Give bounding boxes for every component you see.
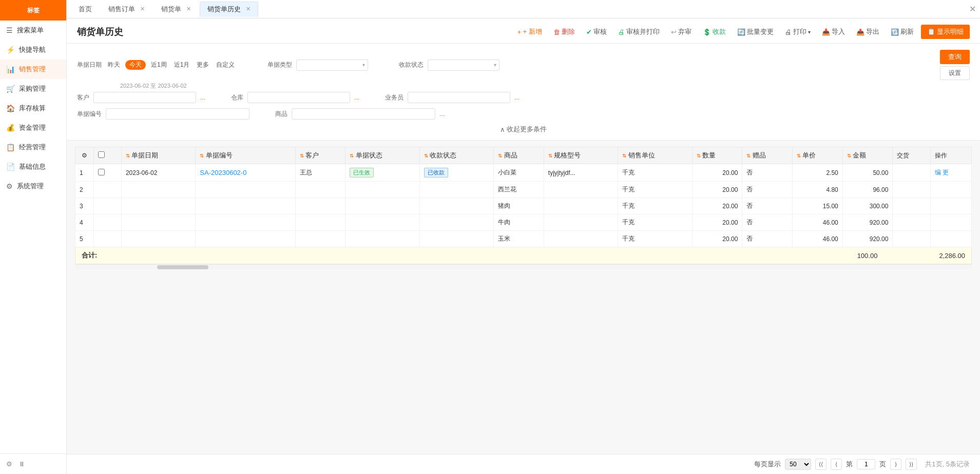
- date-last7[interactable]: 近1周: [149, 60, 169, 70]
- export-button[interactable]: 📤 导出: [852, 25, 883, 38]
- date-more[interactable]: 更多: [195, 60, 211, 70]
- sidebar-item-quick-nav[interactable]: ⚡ 快捷导航: [0, 40, 66, 60]
- tab-bar-close-all[interactable]: ✕: [969, 4, 976, 14]
- tab-home[interactable]: 首页: [71, 2, 100, 17]
- goods-input[interactable]: [292, 108, 435, 120]
- customer-ellipsis[interactable]: ...: [200, 94, 205, 101]
- collect-status-select[interactable]: [428, 60, 499, 71]
- edit-link[interactable]: 编: [935, 169, 941, 176]
- sidebar-pause-icon[interactable]: ⏸: [18, 460, 25, 468]
- last-page-button[interactable]: ⟩⟩: [906, 459, 917, 470]
- sidebar-item-operations-mgmt[interactable]: 📋 经营管理: [0, 137, 66, 157]
- collapse-label: 收起更多条件: [507, 125, 547, 134]
- date-yesterday[interactable]: 昨天: [106, 60, 122, 70]
- warehouse-label: 仓库: [231, 93, 243, 102]
- import-button[interactable]: 📥 导入: [818, 25, 849, 38]
- tab-sales-goods-close[interactable]: ✕: [186, 6, 191, 12]
- sidebar-item-sales-mgmt[interactable]: 📊 销售管理: [0, 60, 66, 79]
- cell-sales-unit: 千克: [618, 198, 692, 214]
- refresh-button[interactable]: 🔃 刷新: [887, 25, 918, 38]
- th-collect-status[interactable]: ⇅ 收款状态: [419, 147, 493, 164]
- date-last-month[interactable]: 近1月: [172, 60, 192, 70]
- filter-settings-button[interactable]: 设置: [940, 66, 970, 80]
- abandon-button[interactable]: ↩ 弃审: [667, 25, 696, 38]
- collect-button[interactable]: 💲 收款: [699, 25, 730, 38]
- cell-unit-price: 46.00: [793, 231, 843, 247]
- goods-ellipsis[interactable]: ...: [439, 110, 445, 117]
- date-today[interactable]: 今天: [125, 60, 146, 70]
- select-all-checkbox[interactable]: [98, 151, 105, 158]
- batch-change-button[interactable]: 🔄 批量变更: [733, 25, 778, 38]
- sidebar-item-system-mgmt[interactable]: ⚙ 系统管理: [0, 176, 66, 196]
- doc-no-input[interactable]: [106, 108, 249, 120]
- th-unit-price[interactable]: ⇅ 单价: [793, 147, 843, 164]
- tab-sales-history-close[interactable]: ✕: [246, 6, 251, 12]
- total-quantity: 100.00: [857, 252, 878, 260]
- salesperson-ellipsis[interactable]: ...: [514, 94, 520, 101]
- goods-filter: 商品 ...: [275, 108, 445, 120]
- audit-print-button[interactable]: 🖨 审核并打印: [614, 25, 664, 38]
- audit-button[interactable]: ✔ 审核: [582, 25, 611, 38]
- delete-icon: 🗑: [553, 28, 560, 36]
- cell-customer: [295, 198, 345, 214]
- scrollbar-thumb[interactable]: [157, 265, 208, 269]
- more-link[interactable]: 更: [943, 169, 949, 176]
- prev-page-button[interactable]: ⟨: [831, 459, 842, 470]
- th-doc-status[interactable]: ⇅ 单据状态: [345, 147, 419, 164]
- doc-type-select[interactable]: [296, 60, 368, 71]
- new-button[interactable]: + + 新增: [513, 25, 546, 38]
- tab-sales-goods[interactable]: 销货单 ✕: [153, 2, 199, 17]
- warehouse-input[interactable]: [247, 92, 350, 103]
- horizontal-scrollbar[interactable]: [75, 264, 972, 269]
- customer-label: 客户: [77, 93, 89, 102]
- cell-spec-type: [544, 198, 618, 214]
- sidebar-item-label: 搜索菜单: [17, 26, 44, 35]
- next-page-button[interactable]: ⟩: [890, 459, 901, 470]
- th-quantity[interactable]: ⇅ 数量: [692, 147, 742, 164]
- doc-no-link[interactable]: SA-20230602-0: [200, 169, 246, 176]
- th-goods[interactable]: ⇅ 商品: [494, 147, 544, 164]
- th-sales-unit[interactable]: ⇅ 销售单位: [618, 147, 692, 164]
- sidebar-item-label: 经营管理: [19, 143, 46, 152]
- tab-sales-order[interactable]: 销售订单 ✕: [101, 2, 152, 17]
- tab-sales-history[interactable]: 销货单历史 ✕: [200, 2, 258, 17]
- cell-unit-price: 4.80: [793, 182, 843, 198]
- sidebar-item-search-menu[interactable]: ☰ 搜索菜单: [0, 21, 66, 40]
- delete-button[interactable]: 🗑 删除: [549, 25, 579, 38]
- sidebar-item-inventory-calc[interactable]: 🏠 库存核算: [0, 98, 66, 118]
- sales-mgmt-icon: 📊: [6, 65, 15, 73]
- tab-sales-order-close[interactable]: ✕: [140, 6, 145, 12]
- cell-spec-type: [544, 231, 618, 247]
- print-button[interactable]: 🖨 打印 ▾: [781, 25, 815, 38]
- th-doc-no[interactable]: ⇅ 单据编号: [196, 147, 295, 164]
- th-gift[interactable]: ⇅ 赠品: [742, 147, 793, 164]
- sidebar-item-label: 快捷导航: [19, 45, 46, 54]
- th-amount[interactable]: ⇅ 金额: [842, 147, 893, 164]
- salesperson-input[interactable]: [408, 92, 510, 103]
- query-button[interactable]: 查询: [940, 50, 970, 64]
- per-page-select[interactable]: 50 100: [785, 459, 811, 470]
- sidebar-settings-icon[interactable]: ⚙: [6, 460, 12, 468]
- date-custom[interactable]: 自定义: [214, 60, 237, 70]
- th-gear[interactable]: ⚙: [75, 147, 94, 164]
- cell-unit-price: 2.50: [793, 164, 843, 182]
- th-customer[interactable]: ⇅ 客户: [295, 147, 345, 164]
- refresh-icon: 🔃: [891, 28, 899, 36]
- goods-label: 商品: [275, 110, 287, 118]
- cell-doc-no: [196, 214, 295, 231]
- sidebar-item-purchase-mgmt[interactable]: 🛒 采购管理: [0, 79, 66, 98]
- th-spec-type[interactable]: ⇅ 规格型号: [544, 147, 618, 164]
- cell-collect-status: [419, 214, 493, 231]
- filter-row-1: 单据日期 昨天 今天 近1周 近1月 更多 自定义 单据类型: [77, 50, 970, 80]
- sidebar-item-finance-mgmt[interactable]: 💰 资金管理: [0, 118, 66, 137]
- first-page-button[interactable]: ⟨⟨: [815, 459, 827, 470]
- th-doc-date[interactable]: ⇅ 单据日期: [121, 147, 195, 164]
- show-detail-button[interactable]: 📋 显示明细: [921, 25, 970, 39]
- row-checkbox[interactable]: [98, 169, 105, 175]
- sidebar-item-basic-info[interactable]: 📄 基础信息: [0, 157, 66, 176]
- cell-amount: 920.00: [842, 231, 893, 247]
- page-number-input[interactable]: [857, 459, 875, 469]
- warehouse-ellipsis[interactable]: ...: [354, 94, 359, 101]
- collapse-button[interactable]: ∧ 收起更多条件: [500, 125, 547, 134]
- customer-input[interactable]: [93, 92, 196, 103]
